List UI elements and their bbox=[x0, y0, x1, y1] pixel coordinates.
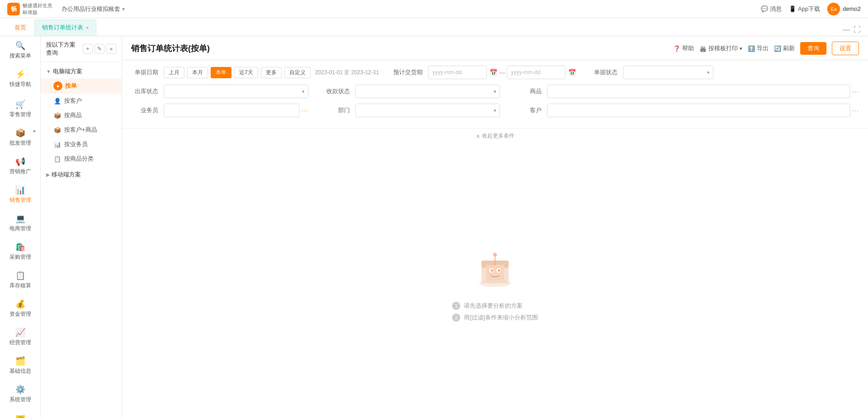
goods-more-button[interactable]: ··· bbox=[852, 88, 859, 95]
scheme-item-by-order[interactable]: ● 按单 bbox=[41, 78, 122, 94]
tab-minimize-icon[interactable]: — bbox=[843, 26, 850, 34]
collapse-panel-button[interactable]: « bbox=[106, 44, 116, 54]
group-expand-icon: ▼ bbox=[46, 69, 51, 74]
department-select[interactable] bbox=[355, 104, 500, 117]
date-custom-btn[interactable]: 自定义 bbox=[284, 67, 311, 78]
empty-tips: 1 请先选择要分析的方案 2 用[过滤]条件来缩小分析范围 bbox=[452, 302, 538, 322]
department-select-wrap bbox=[355, 104, 500, 117]
logo-icon: 畅 bbox=[7, 3, 20, 15]
sidebar-item-marketing[interactable]: 📢 营销推广 bbox=[0, 152, 40, 180]
print-button[interactable]: 🖨️ 按模板打印 ▾ bbox=[699, 44, 742, 52]
date-curr-month-btn[interactable]: 本月 bbox=[187, 67, 208, 78]
refresh-button[interactable]: 🔄 刷新 bbox=[774, 44, 795, 52]
scheme-item-label: 按单 bbox=[65, 82, 77, 90]
edit-scheme-button[interactable]: ✎ bbox=[94, 44, 104, 54]
scheme-item-by-customer[interactable]: 👤 按客户 bbox=[41, 94, 122, 108]
left-panel: 按以下方案查询 + ✎ « ▼ 电脑端方案 ● 按单 👤 按 bbox=[41, 36, 122, 418]
category-scheme-icon: 📋 bbox=[53, 155, 61, 163]
scheme-group-mobile-header[interactable]: ▶ 移动端方案 bbox=[41, 168, 122, 181]
customer-input[interactable] bbox=[547, 104, 850, 117]
settings-button[interactable]: 设置 bbox=[832, 42, 859, 55]
ship-status-select[interactable] bbox=[164, 85, 308, 98]
expected-date-start-input[interactable] bbox=[428, 66, 487, 79]
scheme-item-by-customer-goods[interactable]: 📦 按客户+商品 bbox=[41, 123, 122, 137]
department-label: 部门 bbox=[323, 106, 350, 114]
sidebar-item-ecommerce[interactable]: 💻 电商管理 bbox=[0, 209, 40, 238]
expected-date-input-group: 📅 — 📅 bbox=[428, 66, 576, 79]
help-button[interactable]: ❓ 帮助 bbox=[673, 44, 694, 52]
order-status-select[interactable] bbox=[623, 66, 713, 79]
scheme-item-by-salesperson[interactable]: 📊 按业务员 bbox=[41, 137, 122, 152]
scheme-item-by-category[interactable]: 📋 按商品分类 bbox=[41, 152, 122, 166]
sidebar-item-label: 采购管理 bbox=[9, 253, 31, 261]
sidebar-item-enterprise[interactable]: 🤝 企业协同 bbox=[0, 408, 40, 418]
svg-point-8 bbox=[498, 269, 500, 271]
sidebar-item-retail[interactable]: 🛒 零售管理 bbox=[0, 95, 40, 124]
sidebar-item-inventory[interactable]: 📋 库存核算 bbox=[0, 266, 40, 294]
expand-icon: ▲ bbox=[32, 128, 37, 133]
salesperson-more-button[interactable]: ··· bbox=[302, 107, 308, 114]
scheme-item-by-goods[interactable]: 📦 按商品 bbox=[41, 108, 122, 123]
sidebar-item-label: 快捷导航 bbox=[9, 81, 31, 88]
tab-sales-order-stats[interactable]: 销售订单统计表 × bbox=[34, 19, 96, 36]
sidebar-item-operations[interactable]: 📈 经营管理 bbox=[0, 323, 40, 352]
empty-state: 1 请先选择要分析的方案 2 用[过滤]条件来缩小分析范围 bbox=[122, 143, 868, 418]
user-area[interactable]: Ea demo2 bbox=[827, 3, 861, 15]
sidebar-item-system[interactable]: ⚙️ 系统管理 bbox=[0, 380, 40, 408]
sidebar-item-finance[interactable]: 💰 资金管理 bbox=[0, 294, 40, 323]
goods-input[interactable] bbox=[547, 85, 850, 98]
sidebar-item-shortcut[interactable]: ⚡ 快捷导航 bbox=[0, 65, 40, 93]
goods-input-wrap: ··· bbox=[547, 85, 859, 98]
tab-home[interactable]: 首页 bbox=[7, 19, 33, 36]
content-area: 销售订单统计表(按单) ❓ 帮助 🖨️ 按模板打印 ▾ ⬆️ 导出 bbox=[122, 36, 868, 418]
sidebar-item-basic[interactable]: 🗂️ 基础信息 bbox=[0, 352, 40, 380]
filter-row-2: 出库状态 收款状态 商品 ··· bbox=[131, 85, 859, 98]
add-scheme-button[interactable]: + bbox=[83, 44, 93, 54]
date-prev-month-btn[interactable]: 上月 bbox=[164, 67, 184, 78]
shortcut-icon: ⚡ bbox=[15, 69, 25, 79]
scheme-group-header[interactable]: ▼ 电脑端方案 bbox=[41, 65, 122, 78]
tab-close-icon[interactable]: × bbox=[86, 25, 89, 30]
sidebar-item-sales[interactable]: 📊 销售管理 bbox=[0, 180, 40, 209]
collapse-bar[interactable]: ∧ 收起更多条件 bbox=[122, 128, 868, 143]
wholesale-icon: 📦 bbox=[15, 128, 25, 138]
expected-date-end-input[interactable] bbox=[507, 66, 566, 79]
order-status-select-wrap bbox=[623, 66, 713, 79]
logo-text: 畅捷通好生意 标准版 bbox=[23, 2, 52, 15]
sidebar-item-purchase[interactable]: 🛍️ 采购管理 bbox=[0, 238, 40, 266]
top-bar-left: 畅 畅捷通好生意 标准版 办公用品行业模拟账套 ▾ bbox=[7, 2, 125, 15]
customer-more-button[interactable]: ··· bbox=[852, 107, 859, 114]
query-button[interactable]: 查询 bbox=[800, 42, 826, 55]
filter-row-3: 业务员 ··· 部门 客户 ··· bbox=[131, 104, 859, 117]
sidebar-item-search[interactable]: 🔍 搜索菜单 bbox=[0, 36, 40, 65]
purchase-icon: 🛍️ bbox=[15, 242, 25, 252]
salesperson-input[interactable] bbox=[164, 104, 300, 117]
scheme-group-pc: ▼ 电脑端方案 ● 按单 👤 按客户 📦 按商品 📦 bbox=[41, 65, 122, 166]
ship-status-select-wrap bbox=[164, 85, 308, 98]
date-7days-btn[interactable]: 近7天 bbox=[234, 67, 258, 78]
cal-icon-start[interactable]: 📅 bbox=[490, 69, 497, 76]
cal-icon-end[interactable]: 📅 bbox=[568, 69, 576, 76]
tab-maximize-icon[interactable]: ⛶ bbox=[854, 26, 861, 34]
system-icon: ⚙️ bbox=[15, 385, 25, 394]
collapse-more-conditions-button[interactable]: ∧ 收起更多条件 bbox=[476, 132, 514, 140]
receipt-status-select[interactable] bbox=[355, 85, 500, 98]
scheme-group-label: 电脑端方案 bbox=[53, 67, 82, 76]
date-this-year-btn[interactable]: 本年 bbox=[211, 67, 231, 78]
sidebar-item-wholesale[interactable]: 📦 批发管理 ▲ bbox=[0, 124, 40, 152]
breadcrumb-dropdown-icon[interactable]: ▾ bbox=[122, 6, 125, 12]
sidebar-item-label: 资金管理 bbox=[9, 310, 31, 318]
date-filter-label: 单据日期 bbox=[131, 68, 158, 76]
top-bar-right: 💬 消息 📱 App下载 Ea demo2 bbox=[761, 3, 861, 15]
sidebar-item-label: 批发管理 bbox=[9, 139, 31, 147]
sidebar-item-label: 系统管理 bbox=[9, 396, 31, 404]
tip-1-text: 请先选择要分析的方案 bbox=[464, 302, 523, 310]
date-more-btn[interactable]: 更多 bbox=[261, 67, 282, 78]
print-dropdown-icon[interactable]: ▾ bbox=[740, 46, 742, 52]
sales-icon: 📊 bbox=[15, 185, 25, 195]
left-panel-actions: + ✎ « bbox=[83, 44, 116, 54]
message-button[interactable]: 💬 消息 bbox=[761, 5, 782, 13]
app-download-button[interactable]: 📱 App下载 bbox=[789, 5, 820, 13]
export-button[interactable]: ⬆️ 导出 bbox=[748, 44, 769, 52]
empty-illustration bbox=[468, 240, 522, 294]
